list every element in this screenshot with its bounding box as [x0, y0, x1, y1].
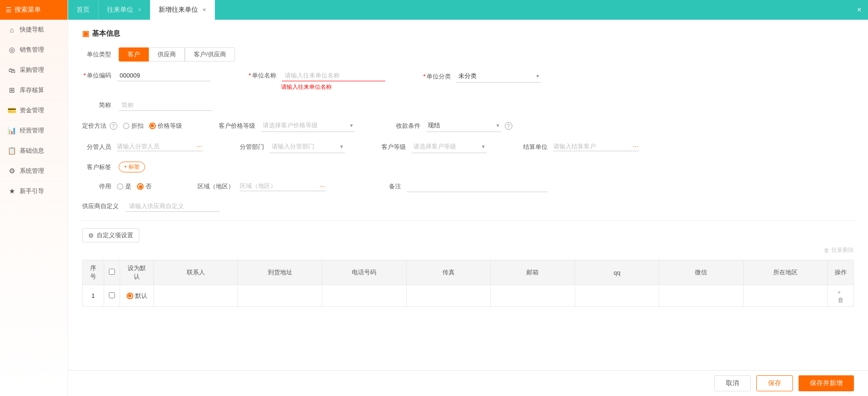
no-label: 否	[145, 182, 152, 191]
unit-name-input[interactable]	[282, 70, 385, 81]
region-input[interactable]	[240, 182, 319, 189]
pricing-help-icon[interactable]: ?	[110, 122, 117, 130]
payment-label: 收款条件	[391, 122, 424, 130]
supplier-custom-input[interactable]	[126, 201, 220, 212]
cell-address[interactable]	[238, 285, 322, 307]
cell-phone[interactable]	[322, 285, 406, 307]
tab-partner-list[interactable]: 往来单位 ×	[99, 0, 150, 20]
customer-price-label: 客户价格等级	[219, 122, 259, 130]
sidebar-item-quick-nav[interactable]: ⌂ 快捷导航	[0, 20, 68, 40]
tab-home-label: 首页	[76, 6, 90, 14]
tag-row: 客户标签 + 标签	[82, 162, 854, 172]
wechat-input[interactable]	[664, 292, 739, 299]
manager-label: 分管人员	[82, 143, 115, 151]
sidebar-item-system[interactable]: ⚙ 系统管理	[0, 161, 68, 181]
window-close-button[interactable]: ×	[851, 0, 868, 20]
payment-help-icon[interactable]: ?	[505, 122, 512, 130]
required-star-code: *	[84, 72, 86, 79]
email-input[interactable]	[495, 292, 570, 299]
customer-level-chevron-icon: ▾	[482, 143, 485, 150]
unit-code-cell: *单位编码	[82, 70, 211, 81]
alias-row: 简称	[82, 100, 854, 111]
disabled-radio-yes[interactable]: 是	[117, 182, 131, 191]
finance-icon: 💳	[8, 106, 16, 115]
cancel-button[interactable]: 取消	[714, 375, 751, 391]
pricing-radio-price-level[interactable]: 价格等级	[149, 122, 182, 130]
cell-region[interactable]	[743, 285, 828, 307]
guide-icon: ★	[8, 187, 16, 195]
unit-category-select[interactable]: 未分类 ▾	[457, 70, 541, 83]
disabled-radio-no[interactable]: 否	[137, 182, 152, 191]
tab-home[interactable]: 首页	[68, 0, 99, 20]
sidebar-item-purchase[interactable]: 🛍 采购管理	[0, 60, 68, 80]
yes-label: 是	[125, 182, 131, 191]
unit-type-row: 单位类型 客户 供应商 客户/供应商	[82, 47, 854, 62]
unit-name-cell: *单位名称 请输入往来单位名称	[247, 70, 385, 91]
customer-price-select[interactable]: 请选择客户价格等级 ▾	[261, 119, 355, 132]
custom-settings-button[interactable]: ⚙ 自定义项设置	[82, 228, 139, 242]
sidebar-item-inventory[interactable]: ⊞ 库存核算	[0, 80, 68, 101]
tab-new-partner-close[interactable]: ×	[203, 7, 206, 13]
save-new-button[interactable]: 保存并新增	[799, 375, 854, 391]
cell-qq[interactable]	[575, 285, 659, 307]
customer-level-label: 客户等级	[377, 143, 410, 151]
pricing-radio-discount[interactable]: 折扣	[123, 122, 144, 130]
payment-select[interactable]: 现结 ▾	[426, 119, 501, 132]
unit-code-input[interactable]	[117, 70, 211, 81]
delete-row-icon[interactable]: 🗑	[838, 296, 844, 303]
yes-radio-circle	[117, 183, 123, 190]
unit-category-label: *单位分类	[422, 72, 455, 81]
settlement-input[interactable]	[553, 143, 632, 150]
region-input-wrap: ···	[240, 182, 326, 191]
remark-input[interactable]	[407, 181, 548, 192]
sidebar-item-operation[interactable]: 📊 经营管理	[0, 121, 68, 141]
sidebar-item-guide[interactable]: ★ 新手引导	[0, 181, 68, 202]
sidebar-item-basic-info[interactable]: 📋 基础信息	[0, 141, 68, 161]
th-action: 操作	[828, 260, 854, 285]
select-all-checkbox[interactable]	[109, 269, 115, 275]
tab-partner-list-close[interactable]: ×	[138, 7, 141, 13]
tab-new-partner-label: 新增往来单位	[159, 6, 198, 14]
region-ellipsis[interactable]: ···	[319, 182, 326, 190]
th-region: 所在地区	[743, 260, 828, 285]
sidebar-item-sales[interactable]: ◎ 销售管理	[0, 40, 68, 60]
sidebar-search[interactable]: ☰ 搜索菜单	[0, 0, 68, 20]
no-radio-circle	[137, 183, 144, 190]
qq-input[interactable]	[580, 292, 655, 299]
manager-ellipsis[interactable]: ···	[196, 142, 203, 150]
cell-fax[interactable]	[406, 285, 491, 307]
default-radio[interactable]: 默认	[125, 292, 149, 300]
payment-chevron-icon: ▾	[496, 122, 499, 129]
customer-level-select[interactable]: 请选择客户等级 ▾	[411, 140, 487, 153]
type-btn-supplier[interactable]: 供应商	[149, 47, 185, 62]
phone-input[interactable]	[327, 292, 402, 299]
fax-input[interactable]	[411, 292, 486, 299]
manager-input[interactable]	[117, 143, 196, 150]
add-tag-button[interactable]: + 标签	[119, 162, 145, 172]
basic-info-icon: 📋	[8, 147, 16, 155]
type-btn-both[interactable]: 客户/供应商	[185, 47, 235, 62]
batch-delete-label[interactable]: 批量删除	[831, 246, 854, 254]
region-table-input[interactable]	[748, 292, 823, 299]
type-btn-customer[interactable]: 客户	[119, 47, 149, 62]
disabled-label: 停用	[82, 182, 115, 191]
price-level-radio-dot	[151, 124, 154, 127]
cell-contact[interactable]	[153, 285, 238, 307]
settlement-ellipsis[interactable]: ···	[632, 142, 640, 150]
cell-check[interactable]	[104, 285, 120, 307]
custom-settings-label: 自定义项设置	[97, 231, 133, 240]
row-checkbox[interactable]	[109, 292, 115, 298]
alias-input[interactable]	[119, 100, 213, 111]
save-button[interactable]: 保存	[756, 375, 793, 391]
cell-wechat[interactable]	[659, 285, 744, 307]
trash-icon: 🗑	[824, 247, 830, 254]
contact-input[interactable]	[159, 292, 233, 299]
cell-email[interactable]	[491, 285, 575, 307]
sidebar-search-label: 搜索菜单	[15, 6, 41, 14]
address-input[interactable]	[243, 292, 317, 299]
tab-new-partner[interactable]: 新增往来单位 ×	[150, 0, 215, 20]
sidebar-item-finance[interactable]: 💳 资金管理	[0, 101, 68, 121]
add-row-icon[interactable]: ＋	[836, 288, 842, 295]
dept-select[interactable]: 请输入分管部门 ▾	[270, 140, 345, 153]
supplier-custom-row: 供应商自定义	[82, 201, 854, 212]
